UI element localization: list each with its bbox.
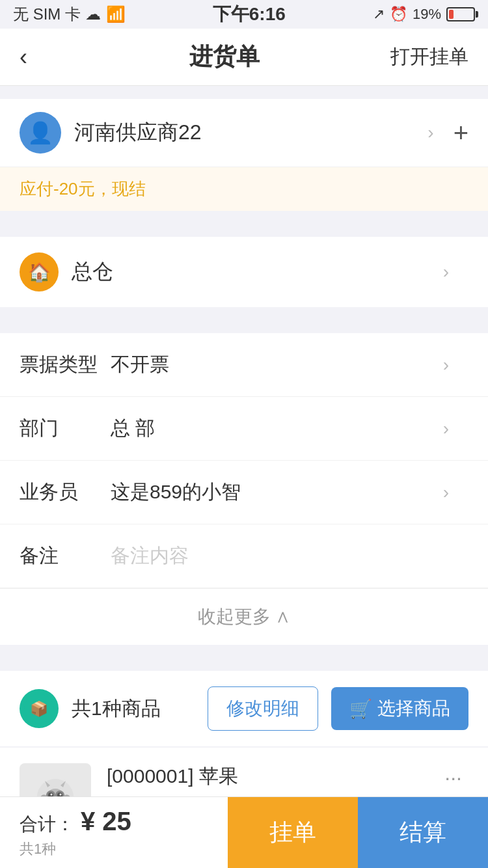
invoice-type-label: 票据类型 <box>20 351 111 378</box>
wifi-icon: 📶 <box>106 5 126 23</box>
battery-label: 19% <box>413 6 441 23</box>
product-name: [0000001] 苹果 <box>107 763 422 790</box>
svg-text:📦: 📦 <box>30 700 49 718</box>
warehouse-home-icon: 🏠 <box>28 262 51 283</box>
invoice-type-chevron-icon: › <box>443 355 449 375</box>
product-more-button[interactable]: ··· <box>438 763 468 793</box>
remark-label: 备注 <box>20 543 111 569</box>
department-chevron-icon: › <box>443 418 449 439</box>
add-button[interactable]: + <box>454 118 468 148</box>
supplier-avatar: 👤 <box>20 112 61 154</box>
total-label: 合计： ¥ 25 <box>20 807 208 837</box>
edit-detail-button[interactable]: 修改明细 <box>208 686 318 731</box>
warehouse-row[interactable]: 🏠 总仓 › <box>0 237 488 307</box>
remark-input[interactable]: 备注内容 <box>111 543 468 569</box>
status-left: 无 SIM 卡 ☁ 📶 <box>13 4 126 25</box>
department-value: 总 部 <box>111 415 443 442</box>
salesperson-chevron-icon: › <box>443 482 449 503</box>
bottom-bar: 合计： ¥ 25 共1种 挂单 结算 <box>0 796 488 868</box>
warning-banner: 应付-20元，现结 <box>0 167 488 211</box>
svg-point-9 <box>60 793 62 795</box>
divider-form <box>0 307 488 320</box>
warehouse-icon: 🏠 <box>20 252 59 292</box>
status-bar: 无 SIM 卡 ☁ 📶 下午6:16 ↗ ⏰ 19% <box>0 0 488 29</box>
avatar-icon: 👤 <box>27 120 53 145</box>
nav-bar: ‹ 进货单 打开挂单 <box>0 29 488 86</box>
sim-label: 无 SIM 卡 ☁ <box>13 4 101 25</box>
total-text: 合计： <box>20 812 74 837</box>
select-product-label: 选择商品 <box>377 696 450 721</box>
supplier-row[interactable]: 👤 河南供应商22 › + <box>0 99 488 167</box>
salesperson-row[interactable]: 业务员 这是859的小智 › <box>0 461 488 524</box>
checkout-button[interactable]: 结算 <box>358 797 488 869</box>
select-product-button[interactable]: 🛒 选择商品 <box>331 687 468 730</box>
divider-top <box>0 86 488 99</box>
product-header: 📦 共1种商品 修改明细 🛒 选择商品 <box>0 671 488 746</box>
invoice-type-value: 不开票 <box>111 351 443 378</box>
warehouse-name: 总仓 <box>72 258 443 286</box>
divider-warehouse <box>0 211 488 224</box>
divider-products <box>0 645 488 658</box>
supplier-name: 河南供应商22 <box>74 118 427 147</box>
salesperson-value: 这是859的小智 <box>111 479 443 506</box>
department-row[interactable]: 部门 总 部 › <box>0 397 488 461</box>
back-button[interactable]: ‹ <box>20 44 59 71</box>
product-icon-svg: 📦 <box>23 692 55 725</box>
remark-row[interactable]: 备注 备注内容 <box>0 524 488 588</box>
product-icon: 📦 <box>20 689 59 728</box>
product-title: 苹果 <box>199 765 238 787</box>
select-product-icon: 🛒 <box>349 698 372 720</box>
invoice-type-row[interactable]: 票据类型 不开票 › <box>0 333 488 397</box>
total-sub-label: 共1种 <box>20 839 208 859</box>
status-right: ↗ ⏰ 19% <box>373 6 475 23</box>
svg-point-8 <box>51 793 53 795</box>
page-title: 进货单 <box>189 41 260 73</box>
hang-button[interactable]: 挂单 <box>228 797 358 869</box>
collapse-button[interactable]: 收起更多 ∧ <box>0 588 488 645</box>
alarm-icon: ⏰ <box>390 6 407 23</box>
department-label: 部门 <box>20 415 111 442</box>
form-section: 票据类型 不开票 › 部门 总 部 › 业务员 这是859的小智 › 备注 备注… <box>0 333 488 645</box>
open-hang-button[interactable]: 打开挂单 <box>390 44 468 70</box>
status-time: 下午6:16 <box>213 2 286 27</box>
supplier-section: 👤 河南供应商22 › + 应付-20元，现结 <box>0 99 488 211</box>
total-section: 合计： ¥ 25 共1种 <box>0 807 228 859</box>
supplier-chevron-icon: › <box>427 122 433 143</box>
total-amount: ¥ 25 <box>81 807 131 836</box>
location-icon: ↗ <box>373 6 385 23</box>
product-code: [0000001] <box>107 765 193 787</box>
product-count-label: 共1种商品 <box>72 696 195 722</box>
salesperson-label: 业务员 <box>20 479 111 506</box>
battery-icon <box>446 7 475 21</box>
warehouse-chevron-icon: › <box>443 262 449 282</box>
